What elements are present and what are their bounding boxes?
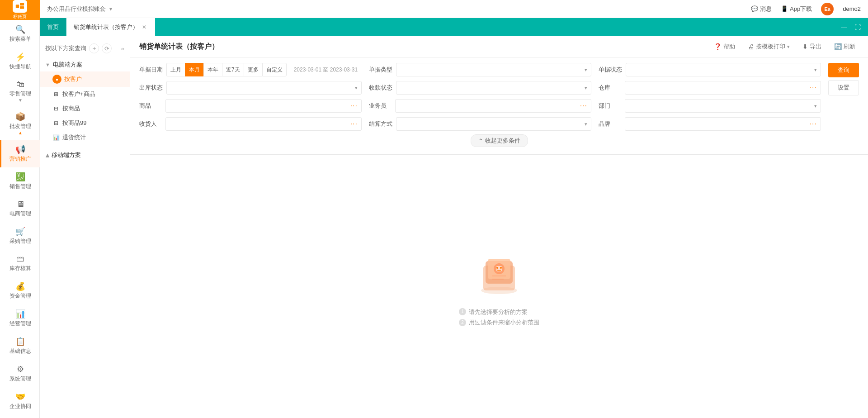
collapse-more-btn[interactable]: ⌃ 收起更多条件	[471, 134, 528, 147]
sidebar-item-enterprise[interactable]: 🤝 企业协同	[0, 387, 40, 415]
sidebar-item-system[interactable]: ⚙ 系统管理	[0, 360, 40, 387]
filter-item-out-status: 出库状态 ▾	[139, 81, 362, 95]
sidebar-item-finance[interactable]: 💰 资金管理	[0, 277, 40, 304]
nav-icon: ⚡	[15, 52, 25, 62]
tab-minimize-btn[interactable]: —	[839, 22, 849, 32]
message-icon: 💬	[751, 5, 758, 12]
breadcrumb: 办公用品行业模拟账套	[47, 5, 106, 13]
left-panel-header: 按以下方案查询 ＋ ⟳ «	[40, 41, 130, 56]
sidebar-item-label: 搜索菜单	[9, 35, 31, 43]
scheme-item-by-customer-goods[interactable]: ⊞ 按客户+商品	[40, 87, 130, 101]
payment-arrow-icon: ▾	[585, 85, 587, 91]
date-btn-this-month[interactable]: 本月	[185, 63, 203, 76]
sidebar-item-basic[interactable]: 📋 基础信息	[0, 332, 40, 360]
message-btn[interactable]: 💬 消息	[751, 5, 772, 13]
brand-select[interactable]: ···	[625, 117, 821, 131]
dept-select[interactable]: ▾	[625, 99, 821, 113]
sidebar-item-label: 系统管理	[9, 375, 31, 383]
left-panel: 按以下方案查询 ＋ ⟳ « ▼ 电脑端方案 ● 按客户 ⊞ 按客户+商品	[40, 36, 130, 418]
date-filter: 上月 本月 本年 近7天 更多 自定义	[166, 63, 287, 76]
sidebar-item-quick-nav[interactable]: ⚡ 快捷导航	[0, 48, 40, 75]
empty-hint-1: 1 请先选择要分析的方案	[459, 307, 539, 317]
sidebar-item-purchase[interactable]: 🛒 采购管理	[0, 222, 40, 250]
doc-status-select[interactable]: ▾	[626, 63, 821, 76]
date-btn-last-month[interactable]: 上月	[166, 63, 185, 76]
filter-row-2: 出库状态 ▾ 收款状态 ▾	[139, 81, 821, 95]
settings-button[interactable]: 设置	[828, 80, 859, 95]
salesperson-dots: ···	[580, 102, 587, 110]
export-btn[interactable]: ⬇ 导出	[799, 41, 825, 52]
scheme-item-by-customer[interactable]: ● 按客户	[40, 71, 130, 87]
filter-item-settlement: 结算方式 ▾	[369, 117, 591, 131]
goods-select[interactable]: ···	[165, 99, 362, 113]
scheme-item-by-goods99[interactable]: ⊟ 按商品99	[40, 116, 130, 130]
goods-label: 商品	[139, 102, 162, 110]
out-status-select[interactable]: ▾	[166, 81, 362, 95]
print-label: 按模板打印	[756, 43, 785, 51]
payment-status-select[interactable]: ▾	[396, 81, 591, 95]
brand-dots: ···	[810, 120, 817, 128]
svg-point-10	[500, 267, 502, 269]
query-button[interactable]: 查询	[828, 63, 859, 77]
sidebar-item-newbie[interactable]: 🎯 新手引导	[0, 415, 40, 418]
scheme-query-label: 按以下方案查询	[45, 44, 86, 52]
date-btn-custom[interactable]: 自定义	[262, 63, 287, 76]
username-label[interactable]: demo2	[843, 5, 861, 12]
hint-text-1: 请先选择要分析的方案	[469, 307, 528, 317]
goods-dots: ···	[350, 102, 358, 110]
refresh-scheme-btn[interactable]: ⟳	[102, 43, 112, 53]
header-right: 💬 消息 📱 App下载 Ea demo2	[751, 3, 861, 15]
sidebar-item-label: 基础信息	[9, 347, 31, 355]
date-btn-more[interactable]: 更多	[244, 63, 262, 76]
dept-arrow-icon: ▾	[814, 103, 817, 109]
app-download-btn[interactable]: 📱 App下载	[781, 5, 812, 13]
refresh-btn[interactable]: 🔄 刷新	[830, 41, 859, 52]
filter-actions: ⌃ 收起更多条件	[139, 131, 859, 149]
tab-close-btn[interactable]: ✕	[141, 23, 147, 31]
sidebar-item-sales[interactable]: 💹 销售管理	[0, 167, 40, 195]
svg-rect-2	[20, 6, 24, 9]
collapse-panel-btn[interactable]: «	[121, 45, 124, 52]
sidebar-item-retail[interactable]: 🛍 零售管理 ▼	[0, 75, 40, 107]
print-icon: 🖨	[748, 43, 754, 50]
breadcrumb-dropdown[interactable]: ▾	[109, 6, 112, 12]
help-icon: ❓	[714, 43, 722, 50]
sidebar-item-marketing[interactable]: 📢 营销推广	[0, 140, 40, 167]
salesperson-select[interactable]: ···	[395, 99, 591, 113]
sidebar-item-label: 经营管理	[9, 320, 31, 328]
sidebar-item-label: 销售管理	[9, 183, 31, 190]
help-btn[interactable]: ❓ 帮助	[710, 41, 739, 52]
mobile-scheme-title[interactable]: ▶ 移动端方案	[40, 148, 130, 162]
tab-bar-actions: — ⛶	[834, 22, 868, 32]
svg-rect-0	[15, 5, 19, 8]
sidebar-item-operation[interactable]: 📊 经营管理	[0, 304, 40, 332]
scheme-item-by-goods[interactable]: ⊟ 按商品	[40, 101, 130, 116]
receiver-select[interactable]: ···	[165, 117, 362, 131]
content-area: 按以下方案查询 ＋ ⟳ « ▼ 电脑端方案 ● 按客户 ⊞ 按客户+商品	[40, 36, 868, 418]
mobile-arrow-icon: ▶	[44, 153, 50, 157]
filter-row-wrapper: 单据日期 上月 本月 本年 近7天 更多 自定义 2023-03-01 至 20…	[139, 63, 859, 131]
tab-maximize-btn[interactable]: ⛶	[853, 22, 863, 32]
tab-home[interactable]: 首页	[40, 18, 66, 36]
tab-report[interactable]: 销货单统计表（按客户） ✕	[66, 18, 155, 36]
doc-type-select[interactable]: ▾	[396, 63, 591, 76]
settlement-select[interactable]: ▾	[396, 117, 591, 131]
sidebar-item-label: 采购管理	[9, 238, 31, 245]
print-btn[interactable]: 🖨 按模板打印 ▾	[744, 41, 793, 52]
date-btn-last7[interactable]: 近7天	[222, 63, 244, 76]
date-btn-this-year[interactable]: 本年	[203, 63, 222, 76]
filter-item-payment-status: 收款状态 ▾	[369, 81, 591, 95]
add-scheme-btn[interactable]: ＋	[89, 43, 99, 53]
sidebar-item-search[interactable]: 🔍 搜索菜单	[0, 20, 40, 48]
marketing-icon: 📢	[15, 144, 25, 154]
sidebar-item-ecommerce[interactable]: 🖥 电商管理	[0, 195, 40, 222]
sidebar-item-inventory[interactable]: 🗃 库存核算	[0, 250, 40, 277]
sidebar-item-wholesale[interactable]: 📦 批发管理 ▲	[0, 107, 40, 140]
inventory-icon: 🗃	[16, 254, 24, 264]
warehouse-select[interactable]: ···	[625, 81, 821, 95]
desktop-scheme-title[interactable]: ▼ 电脑端方案	[40, 58, 130, 71]
filter-rows: 单据日期 上月 本月 本年 近7天 更多 自定义 2023-03-01 至 20…	[139, 63, 821, 131]
scheme-item-return-stats[interactable]: 📊 退货统计	[40, 130, 130, 145]
refresh-label: 刷新	[844, 43, 855, 51]
collapse-label: 收起更多条件	[485, 137, 520, 145]
